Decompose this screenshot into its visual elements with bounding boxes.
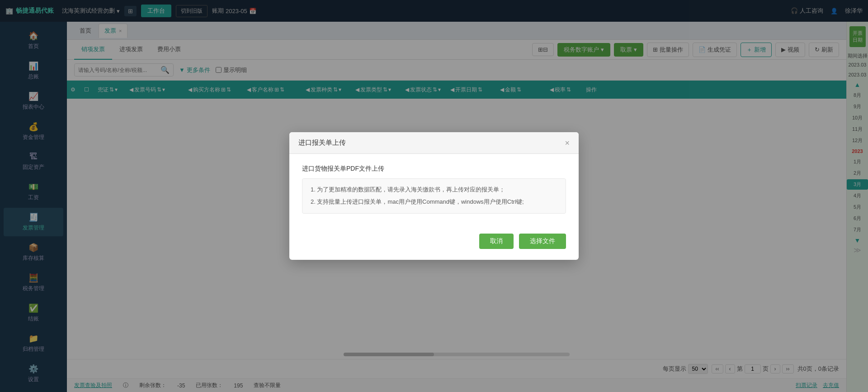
modal-info-box: 1. 为了更加精准的数据匹配，请先录入海关缴款书，再上传对应的报关单； 2. 支… <box>302 178 566 214</box>
modal-body: 进口货物报关单PDF文件上传 1. 为了更加精准的数据匹配，请先录入海关缴款书，… <box>289 154 579 234</box>
select-file-button[interactable]: 选择文件 <box>519 234 566 249</box>
modal-footer: 取消 选择文件 <box>289 234 579 260</box>
import-modal: 进口报关单上传 × 进口货物报关单PDF文件上传 1. 为了更加精准的数据匹配，… <box>289 132 579 260</box>
cancel-modal-button[interactable]: 取消 <box>479 234 514 249</box>
modal-info-item-2: 2. 支持批量上传进口报关单，mac用户使用Command键，windows用户… <box>311 197 557 207</box>
modal-close-button[interactable]: × <box>565 139 570 147</box>
modal-info-item-1: 1. 为了更加精准的数据匹配，请先录入海关缴款书，再上传对应的报关单； <box>311 185 557 195</box>
modal-header: 进口报关单上传 × <box>289 132 579 154</box>
modal-overlay: 进口报关单上传 × 进口货物报关单PDF文件上传 1. 为了更加精准的数据匹配，… <box>0 0 868 392</box>
modal-title: 进口报关单上传 <box>298 139 346 147</box>
modal-section-title: 进口货物报关单PDF文件上传 <box>302 165 566 173</box>
